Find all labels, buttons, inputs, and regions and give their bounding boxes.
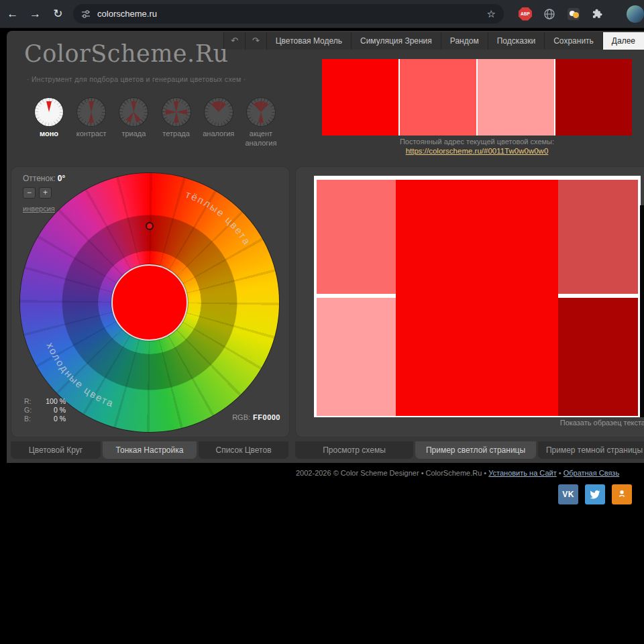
hue-label: Оттенок:	[23, 174, 56, 183]
tune-icon[interactable]	[81, 9, 91, 19]
swatch-variant-4[interactable]	[555, 59, 632, 136]
site-logo: ColorScheme.Ru	[24, 40, 229, 67]
permalink-url[interactable]: https://colorscheme.ru/#0011Tw0w0w0w0	[406, 147, 549, 155]
permalink-caption: Постоянный адрес текущей цветовой схемы:	[322, 138, 632, 146]
random-button[interactable]: Рандом	[441, 32, 488, 50]
color-model-button[interactable]: Цветовая Модель	[266, 32, 351, 50]
tetrad-dial-icon	[162, 98, 191, 126]
preview-panel: Показать образец текста	[295, 166, 644, 437]
scheme-tetrad[interactable]: тетрада	[157, 98, 196, 148]
hue-plus-button[interactable]: +	[39, 187, 52, 199]
install-on-site-link[interactable]: Установить на Сайт	[488, 469, 556, 477]
profile-avatar[interactable]	[627, 5, 644, 23]
bookmark-star-icon[interactable]: ☆	[487, 8, 496, 20]
back-button[interactable]: ←	[3, 4, 23, 24]
scheme-accent-analogous[interactable]: акцент аналогия	[241, 98, 280, 148]
adblock-extension-icon[interactable]: ABP	[519, 7, 532, 21]
analogous-dial-icon	[205, 98, 233, 126]
globe-extension-icon[interactable]	[543, 8, 555, 20]
swatch-variant-3[interactable]	[478, 59, 554, 136]
tab-light-page-example[interactable]: Пример светлой страницы	[415, 441, 536, 459]
scheme-mono[interactable]: моно	[30, 98, 68, 148]
preview-main-block	[396, 180, 558, 416]
tab-color-wheel[interactable]: Цветовой Круг	[11, 441, 101, 459]
rgb-readout: R:100 % G:0 % B:0 %	[24, 397, 66, 423]
wheel-panel-tabs: Цветовой Круг Тонкая Настройка Список Цв…	[11, 441, 288, 459]
reload-button[interactable]: ↻	[48, 4, 68, 24]
contrast-dial-icon	[77, 98, 105, 126]
light-page-preview	[314, 176, 641, 417]
address-bar[interactable]: colorscheme.ru ☆	[73, 4, 504, 23]
social-buttons: VK	[558, 484, 632, 504]
tab-scheme-view[interactable]: Просмотр схемы	[295, 441, 413, 459]
hue-stepper: − +	[23, 187, 52, 199]
selected-color-circle	[111, 264, 188, 341]
feedback-link[interactable]: Обратная Связь	[564, 469, 620, 477]
svg-text:тёплые цвета: тёплые цвета	[184, 189, 253, 248]
scheme-contrast[interactable]: контраст	[72, 98, 111, 148]
color-extension-icon[interactable]	[568, 8, 580, 20]
site-content: ↶ ↷ Цветовая Модель Симуляция Зрения Ран…	[7, 31, 644, 463]
swatch-primary[interactable]	[322, 59, 398, 136]
preview-panel-tabs: Просмотр схемы Пример светлой страницы П…	[295, 441, 644, 459]
copyright-text: 2002-2026 © Color Scheme Designer • Colo…	[296, 469, 488, 477]
top-toolbar: ↶ ↷ Цветовая Модель Симуляция Зрения Ран…	[223, 32, 644, 50]
invert-link[interactable]: инверсия	[23, 205, 55, 213]
hints-button[interactable]: Подсказки	[488, 32, 545, 50]
hue-value: 0°	[58, 174, 65, 183]
site-tagline: · Инструмент для подбора цветов и генера…	[27, 75, 246, 83]
ok-person-icon	[616, 489, 627, 500]
preview-sidebar-bottom-block	[317, 298, 396, 416]
preview-dark-edge	[640, 205, 644, 417]
redo-button[interactable]: ↷	[245, 32, 266, 50]
twitter-button[interactable]	[585, 484, 605, 504]
warm-colors-label: тёплые цвета	[184, 189, 253, 248]
tab-color-list[interactable]: Список Цветов	[199, 441, 288, 459]
scheme-swatch-strip	[322, 59, 632, 136]
extensions-puzzle-icon[interactable]	[592, 8, 604, 20]
accent-analogous-dial-icon	[247, 98, 275, 126]
url-text: colorscheme.ru	[97, 9, 486, 19]
color-wheel-panel: Оттенок:0° − + инверсия тёплые цвета хол…	[11, 166, 290, 437]
color-wheel[interactable]: тёплые цвета холодные цвета	[20, 173, 279, 432]
mono-dial-icon	[35, 98, 63, 126]
swatch-variant-2[interactable]	[400, 59, 476, 136]
next-button[interactable]: Далее	[602, 32, 644, 50]
scheme-triad[interactable]: триада	[114, 98, 153, 148]
tab-fine-tuning[interactable]: Тонкая Настройка	[103, 441, 197, 459]
twitter-bird-icon	[590, 489, 600, 500]
preview-right-bottom-block	[558, 298, 638, 416]
forward-button[interactable]: →	[25, 4, 46, 24]
vk-button[interactable]: VK	[558, 484, 578, 504]
scheme-type-selector: моно контраст триада тетрада аналогия ак…	[30, 98, 280, 148]
tab-dark-page-example[interactable]: Пример темной страницы	[538, 441, 644, 459]
odnoklassniki-button[interactable]	[612, 484, 632, 504]
triad-dial-icon	[119, 98, 148, 126]
hue-selector-handle[interactable]	[146, 222, 154, 230]
scheme-analogous[interactable]: аналогия	[199, 98, 238, 148]
footer: 2002-2026 © Color Scheme Designer • Colo…	[296, 469, 619, 477]
hue-minus-button[interactable]: −	[23, 187, 36, 199]
browser-chrome: ← → ↻ colorscheme.ru ☆ ABP	[0, 0, 644, 28]
hex-readout: RGB:FF0000	[232, 413, 280, 421]
preview-sidebar-top-block	[317, 180, 396, 294]
preview-right-top-block	[558, 180, 638, 294]
hue-readout: Оттенок:0°	[23, 174, 65, 183]
show-text-sample-link[interactable]: Показать образец текста	[560, 419, 644, 427]
vision-simulation-button[interactable]: Симуляция Зрения	[351, 32, 441, 50]
save-button[interactable]: Сохранить	[544, 32, 602, 50]
